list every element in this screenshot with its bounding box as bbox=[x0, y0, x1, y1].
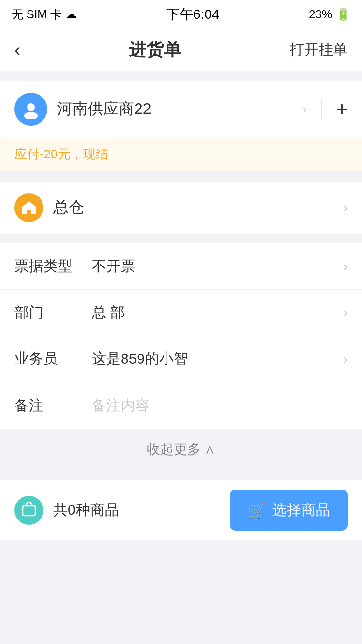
invoice-type-chevron-icon: › bbox=[343, 259, 348, 274]
person-icon bbox=[21, 99, 41, 119]
bottom-bar: 共0种商品 🛒 选择商品 bbox=[0, 480, 362, 540]
nav-bar: ‹ 进货单 打开挂单 bbox=[0, 29, 362, 71]
department-label: 部门 bbox=[14, 303, 82, 322]
salesperson-value: 这是859的小智 bbox=[82, 349, 343, 369]
salesperson-label: 业务员 bbox=[14, 349, 82, 369]
remark-label: 备注 bbox=[14, 396, 82, 416]
collapse-button[interactable]: 收起更多 ∧ bbox=[0, 429, 362, 470]
form-section: 票据类型 不开票 › 部门 总 部 › 业务员 这是859的小智 › 备注 备注… bbox=[0, 243, 362, 429]
home-icon bbox=[21, 199, 37, 216]
supplier-row[interactable]: 河南供应商22 › + bbox=[0, 81, 362, 137]
svg-point-1 bbox=[24, 112, 38, 119]
remark-row[interactable]: 备注 备注内容 bbox=[0, 382, 362, 429]
product-icon bbox=[14, 496, 43, 525]
svg-rect-2 bbox=[23, 506, 35, 516]
select-product-label: 选择商品 bbox=[272, 500, 330, 520]
status-time: 下午6:04 bbox=[166, 5, 220, 24]
warehouse-row[interactable]: 总仓 › bbox=[0, 181, 362, 234]
invoice-type-label: 票据类型 bbox=[14, 256, 82, 276]
status-bar: 无 SIM 卡 ☁ 下午6:04 23% 🔋 bbox=[0, 0, 362, 29]
department-row[interactable]: 部门 总 部 › bbox=[0, 290, 362, 336]
select-product-button[interactable]: 🛒 选择商品 bbox=[230, 490, 348, 531]
salesperson-chevron-icon: › bbox=[343, 351, 348, 367]
warehouse-name: 总仓 bbox=[53, 197, 343, 218]
invoice-type-row[interactable]: 票据类型 不开票 › bbox=[0, 243, 362, 290]
status-right: 23% 🔋 bbox=[309, 8, 350, 21]
page-title: 进货单 bbox=[129, 38, 181, 62]
divider-1 bbox=[0, 71, 362, 81]
warehouse-icon bbox=[14, 193, 43, 222]
product-count-label: 共0种商品 bbox=[53, 500, 230, 520]
sim-label: 无 SIM 卡 ☁ bbox=[12, 7, 77, 22]
open-pending-button[interactable]: 打开挂单 bbox=[290, 40, 348, 60]
svg-point-0 bbox=[27, 103, 35, 111]
select-product-icon: 🛒 bbox=[247, 501, 266, 519]
department-chevron-icon: › bbox=[343, 305, 348, 321]
battery-icon: 🔋 bbox=[336, 8, 350, 21]
add-supplier-button[interactable]: + bbox=[321, 99, 348, 119]
supplier-section: 河南供应商22 › + 应付-20元，现结 bbox=[0, 81, 362, 171]
supplier-name: 河南供应商22 bbox=[57, 98, 302, 120]
status-left: 无 SIM 卡 ☁ bbox=[12, 7, 77, 22]
remark-input[interactable]: 备注内容 bbox=[82, 396, 348, 416]
warehouse-section: 总仓 › bbox=[0, 181, 362, 234]
invoice-type-value: 不开票 bbox=[82, 256, 343, 276]
warehouse-chevron-icon: › bbox=[343, 200, 348, 215]
battery-label: 23% bbox=[309, 8, 332, 21]
supplier-avatar bbox=[14, 93, 47, 126]
supplier-notice: 应付-20元，现结 bbox=[0, 137, 362, 171]
salesperson-row[interactable]: 业务员 这是859的小智 › bbox=[0, 336, 362, 382]
gray-background bbox=[0, 540, 362, 644]
department-value: 总 部 bbox=[82, 303, 343, 322]
supplier-arrow-icon: › bbox=[302, 101, 306, 117]
back-button[interactable]: ‹ bbox=[14, 40, 20, 60]
cart-icon bbox=[21, 502, 37, 518]
